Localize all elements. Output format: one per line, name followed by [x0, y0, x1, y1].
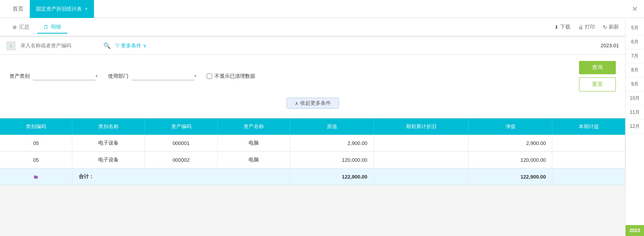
col-asset-code: 资产编码 [145, 118, 217, 135]
download-button[interactable]: ⬇ 下载 [554, 23, 570, 30]
cell-net-value: 120,000.00 [469, 152, 552, 168]
top-nav-bar: 首页 固定资产折旧统计表 × ✕ [0, 0, 644, 18]
cell-category-name: 电子设备 [72, 135, 144, 152]
total-net-value: 122,900.00 [469, 168, 552, 185]
sidebar-month-6[interactable]: 6月 [626, 35, 644, 49]
cell-category-code: 05 [0, 152, 72, 168]
exclude-cleared-filter: 不显示已清理数据 [207, 73, 255, 80]
department-dropdown-icon[interactable]: ▾ [194, 73, 197, 79]
table-header-row: 类别编码 类别名称 资产编码 资产名称 原值 期初累计折旧 净值 本期计提 [0, 118, 625, 135]
sidebar-month-12[interactable]: 12月 [626, 120, 644, 134]
query-button[interactable]: 查询 [579, 61, 616, 74]
data-table-container: 类别编码 类别名称 资产编码 资产名称 原值 期初累计折旧 净值 本期计提 05… [0, 118, 625, 185]
cell-category-code: 05 [0, 135, 72, 152]
table-row: 05 电子设备 000001 电脑 2,900.00 2,900.00 [0, 135, 625, 152]
department-label: 使用部门 [108, 73, 128, 80]
print-label: 打印 [585, 23, 595, 30]
cell-category-name: 电子设备 [72, 152, 144, 168]
cell-asset-code: 000001 [145, 135, 217, 152]
sidebar-month-8[interactable]: 8月 [626, 63, 644, 77]
tab-detail[interactable]: 🗒 明细 [37, 21, 67, 34]
cell-accumulated-depreciation [374, 152, 469, 168]
total-original-value: 122,900.00 [290, 168, 374, 185]
tab-summary[interactable]: ⊛ 汇总 [6, 21, 36, 34]
asset-category-dropdown-icon[interactable]: ▾ [96, 73, 98, 79]
table-row: 05 电子设备 000002 电脑 120,000.00 120,000.00 [0, 152, 625, 168]
cell-accumulated-depreciation [374, 135, 469, 152]
search-input[interactable] [20, 43, 99, 48]
exclude-cleared-checkbox[interactable] [207, 73, 212, 79]
cell-asset-code: 000002 [145, 152, 217, 168]
asset-category-input[interactable] [33, 72, 96, 80]
expand-panel-button[interactable]: › [6, 41, 16, 50]
chevron-down-icon: ∨ [143, 43, 147, 48]
sidebar-month-11[interactable]: 11月 [626, 105, 644, 120]
more-conditions-button[interactable]: ▽ 更多条件 ∨ [115, 42, 147, 49]
total-current-period [552, 168, 625, 185]
asset-category-label: 资产类别 [9, 73, 30, 80]
exclude-cleared-label: 不显示已清理数据 [215, 73, 255, 80]
total-icon-cell: 🖿 [0, 168, 72, 185]
secondary-toolbar: ⊛ 汇总 🗒 明细 ⬇ 下载 🖨 打印 ↻ 刷新 [0, 18, 625, 37]
home-nav-item[interactable]: 首页 [6, 5, 30, 13]
reset-button[interactable]: 重置 [579, 77, 616, 91]
sidebar-month-5[interactable]: 5月 [626, 21, 644, 35]
col-original-value: 原值 [290, 118, 374, 135]
col-current-period: 本期计提 [552, 118, 625, 135]
sidebar-month-10[interactable]: 10月 [626, 91, 644, 105]
cell-current-period [552, 152, 625, 168]
cell-original-value: 2,900.00 [290, 135, 374, 152]
col-category-name: 类别名称 [72, 118, 144, 135]
window-close-button[interactable]: ✕ [632, 5, 638, 13]
search-icon[interactable]: 🔍 [103, 42, 111, 49]
data-table: 类别编码 类别名称 资产编码 资产名称 原值 期初累计折旧 净值 本期计提 05… [0, 118, 625, 185]
search-date: 2023.01 [601, 43, 619, 48]
col-net-value: 净值 [469, 118, 552, 135]
filter-row: 资产类别 ▾ 使用部门 ▾ 不显示已清理数据 [9, 61, 616, 91]
cell-asset-name: 电脑 [217, 152, 290, 168]
col-category-code: 类别编码 [0, 118, 72, 135]
department-input[interactable] [132, 72, 194, 80]
cell-asset-name: 电脑 [217, 135, 290, 152]
search-bar: › 🔍 ▽ 更多条件 ∨ 2023.01 [0, 37, 625, 55]
refresh-button[interactable]: ↻ 刷新 [603, 23, 619, 30]
toolbar-actions: ⬇ 下载 🖨 打印 ↻ 刷新 [554, 23, 619, 30]
total-accumulated-depreciation [374, 168, 469, 185]
print-button[interactable]: 🖨 打印 [578, 23, 595, 30]
detail-icon: 🗒 [43, 24, 49, 30]
year-badge[interactable]: 2023 [626, 225, 644, 236]
cell-original-value: 120,000.00 [290, 152, 374, 168]
main-content: ⊛ 汇总 🗒 明细 ⬇ 下载 🖨 打印 ↻ 刷新 [0, 18, 625, 185]
tab-label: 固定资产折旧统计表 [36, 5, 82, 13]
total-icon: 🖿 [34, 174, 38, 180]
total-label: 合计： [72, 168, 290, 185]
filter-action-buttons: 查询 重置 [579, 61, 616, 91]
refresh-icon: ↻ [603, 24, 607, 30]
asset-category-filter: 资产类别 ▾ [9, 72, 96, 80]
detail-label: 明细 [51, 23, 61, 30]
summary-icon: ⊛ [13, 24, 17, 30]
sidebar-month-7[interactable]: 7月 [626, 49, 644, 63]
filter-icon: ▽ [115, 43, 119, 48]
month-sidebar: 5月 6月 7月 8月 9月 10月 11月 12月 2023 [625, 18, 644, 236]
department-filter: 使用部门 ▾ [108, 72, 194, 80]
refresh-label: 刷新 [609, 23, 619, 30]
tab-close-icon[interactable]: × [85, 6, 88, 12]
summary-label: 汇总 [19, 23, 29, 30]
filter-label: 更多条件 [121, 42, 141, 49]
cell-net-value: 2,900.00 [469, 135, 552, 152]
col-asset-name: 资产名称 [217, 118, 290, 135]
collapse-icon: ∧ [295, 100, 299, 106]
table-total-row: 🖿 合计： 122,900.00 122,900.00 [0, 168, 625, 185]
download-icon: ⬇ [554, 24, 559, 30]
download-label: 下载 [560, 23, 570, 30]
cell-current-period [552, 135, 625, 152]
filter-panel: 资产类别 ▾ 使用部门 ▾ 不显示已清理数据 [0, 55, 625, 118]
collapse-row: ∧ 收起更多条件 [9, 95, 616, 112]
col-accumulated-depreciation: 期初累计折旧 [374, 118, 469, 135]
print-icon: 🖨 [578, 24, 583, 30]
active-tab[interactable]: 固定资产折旧统计表 × [30, 0, 94, 18]
sidebar-month-9[interactable]: 9月 [626, 77, 644, 91]
collapse-conditions-button[interactable]: ∧ 收起更多条件 [287, 98, 339, 109]
collapse-label: 收起更多条件 [300, 100, 331, 107]
